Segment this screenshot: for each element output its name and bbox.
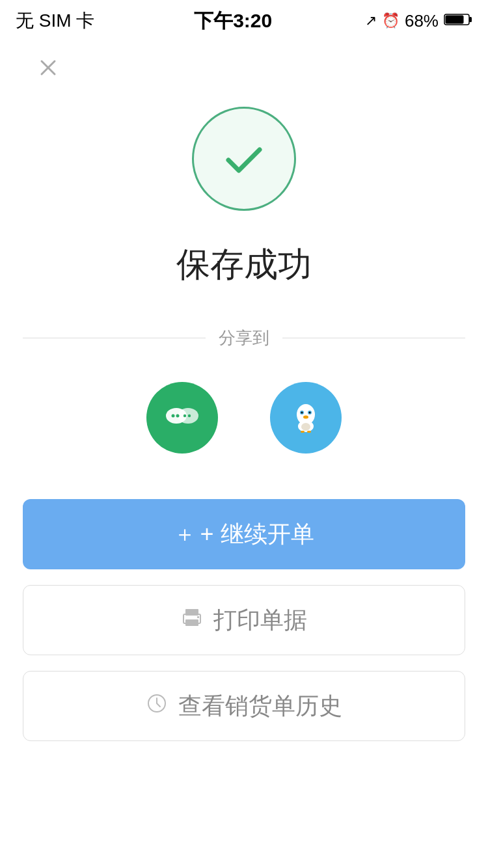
history-button[interactable]: 查看销货单历史 <box>23 671 465 741</box>
battery-percent: 68% <box>405 11 439 31</box>
main-content: 保存成功 分享到 <box>0 42 488 741</box>
wechat-share-button[interactable] <box>146 382 218 454</box>
location-icon: ↗ <box>365 12 377 29</box>
continue-label: + 继续开单 <box>200 519 314 550</box>
no-sim-text: 无 SIM 卡 <box>16 8 94 33</box>
print-label: 打印单据 <box>213 604 307 636</box>
qq-share-button[interactable] <box>270 382 342 454</box>
continue-icon: ＋ <box>174 519 196 549</box>
actions: ＋ + 继续开单 打印单据 查看销货单历 <box>23 499 465 741</box>
svg-rect-23 <box>185 619 198 626</box>
svg-point-8 <box>176 414 180 418</box>
divider-section: 分享到 <box>23 327 465 349</box>
print-icon <box>181 606 203 634</box>
share-label: 分享到 <box>219 327 269 349</box>
status-time: 下午3:20 <box>194 8 272 34</box>
svg-rect-2 <box>446 15 464 23</box>
share-row <box>146 382 342 454</box>
svg-point-9 <box>183 414 186 417</box>
history-icon <box>146 692 168 720</box>
divider-left <box>23 338 206 338</box>
battery-icon <box>444 11 472 31</box>
svg-point-14 <box>301 412 303 414</box>
svg-rect-20 <box>307 431 311 433</box>
svg-point-18 <box>301 423 310 431</box>
divider-right <box>282 338 465 338</box>
continue-button[interactable]: ＋ + 继续开单 <box>23 499 465 569</box>
svg-rect-19 <box>301 431 305 433</box>
svg-point-16 <box>303 416 308 419</box>
status-right: ↗ ⏰ 68% <box>365 11 472 31</box>
success-title: 保存成功 <box>176 242 312 288</box>
svg-point-7 <box>172 414 175 418</box>
print-button[interactable]: 打印单据 <box>23 585 465 655</box>
history-label: 查看销货单历史 <box>178 690 342 722</box>
success-circle <box>192 107 296 211</box>
svg-point-15 <box>309 412 311 414</box>
svg-rect-1 <box>469 17 472 22</box>
svg-rect-24 <box>197 616 199 618</box>
status-left: 无 SIM 卡 <box>16 8 101 33</box>
svg-point-10 <box>188 414 191 417</box>
status-bar: 无 SIM 卡 下午3:20 ↗ ⏰ 68% <box>0 0 488 42</box>
alarm-icon: ⏰ <box>382 12 400 29</box>
close-button[interactable] <box>31 51 65 85</box>
